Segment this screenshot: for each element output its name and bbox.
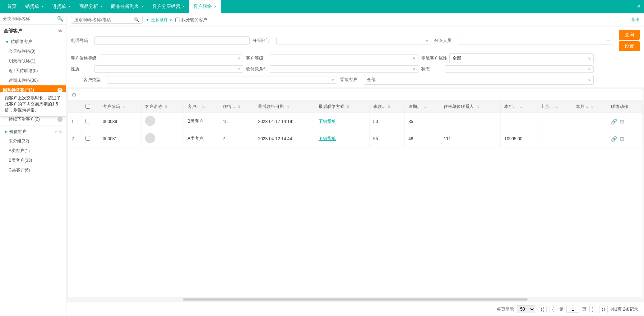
td-overdue-2: 48 (405, 130, 440, 147)
td-lastmonth-1 (537, 113, 572, 130)
page-suffix: 页 (582, 306, 587, 312)
gender-select[interactable]: ∨ (94, 65, 243, 73)
export-button[interactable]: ↑ 导出 (628, 17, 640, 23)
nav-product-analysis-list[interactable]: 商品分析列表 × (107, 0, 148, 13)
sort-lastmonth-icon[interactable]: ⇅ (555, 105, 558, 109)
th-actions: 联络动作 (607, 101, 643, 113)
edit-pencil-icon[interactable]: ✎ (59, 129, 62, 135)
filter-row-4: ··· 客户类型 ∨ 零散客户 全部 ∨ (71, 75, 640, 85)
page-input[interactable] (566, 306, 579, 313)
link-sales-order-2[interactable]: 下销货单 (319, 136, 336, 141)
action-link-icon-2[interactable]: 🔗 (611, 136, 617, 142)
value-customers-group[interactable]: ▼ 价值客户 ○ ✎ (0, 127, 66, 136)
sort-date-icon[interactable]: ⇅ (286, 105, 289, 109)
all-customers-header[interactable]: 全部客户 ≪ (0, 25, 66, 37)
close-sales-order[interactable]: × (41, 4, 43, 9)
td-uncontacted-2: 55 (370, 130, 405, 147)
close-product-analysis-list[interactable]: × (141, 4, 143, 9)
sort-unit-icon[interactable]: ⇅ (476, 105, 479, 109)
sort-overdue-icon[interactable]: ⇅ (423, 105, 426, 109)
close-all-tabs[interactable]: × (637, 3, 640, 10)
sort-method-icon[interactable]: ⇅ (347, 105, 349, 109)
more-conditions-button[interactable]: ▼ 更多条件 ∨ (145, 17, 172, 23)
pending-contact-group[interactable]: ▼ 待联络客户 (0, 37, 66, 47)
sort-name-icon[interactable]: ⇅ (165, 105, 167, 109)
sidebar-today-pending[interactable]: 今天待联络(0) (0, 47, 66, 56)
phone-input[interactable] (94, 36, 250, 45)
last-page-button[interactable]: ⟩⟩ (599, 306, 608, 313)
query-button[interactable]: 查询 (619, 30, 640, 40)
th-uncontacted: 未联... ⇅ (370, 101, 405, 113)
nav-customer-contact[interactable]: 客户联络 × (189, 0, 221, 13)
more-filters-icon[interactable]: ··· (72, 76, 78, 84)
close-purchase-order[interactable]: × (68, 4, 70, 9)
select-all-checkbox[interactable] (85, 104, 90, 109)
nav-home[interactable]: 首页 (3, 0, 21, 13)
declining-icon[interactable]: ? (57, 117, 62, 122)
top-navigation: 首页 销货单 × 进货单 × 商品分析 × 商品分析列表 × 客户分层经营 × … (0, 0, 644, 13)
retail-customer-select[interactable]: 全部 ∨ (364, 75, 594, 85)
sidebar-class-c[interactable]: C类客户(6) (0, 165, 66, 175)
sidebar-search-icon[interactable]: 🔍 (57, 16, 63, 22)
status-select[interactable]: ∨ (445, 65, 594, 73)
sidebar-7day-pending[interactable]: 近7天待联络(0) (0, 66, 66, 76)
sidebar-unclassified[interactable]: 未分组(32) (0, 136, 66, 146)
nav-purchase-order[interactable]: 进货单 × (48, 0, 75, 13)
th-type: 客户... ⇅ (184, 101, 219, 113)
horizontal-scrollbar[interactable] (68, 298, 643, 301)
action-link-icon-1[interactable]: 🔗 (611, 119, 617, 124)
sidebar-tomorrow-pending[interactable]: 明天待联络(1) (0, 56, 66, 66)
customer-type-select[interactable]: ∨ (107, 76, 337, 84)
settings-button[interactable]: 设置 (619, 41, 640, 51)
payment-select[interactable]: ∨ (270, 65, 418, 73)
close-customer-segment[interactable]: × (182, 4, 185, 9)
link-sales-order-1[interactable]: 下销货单 (319, 119, 336, 124)
price-level-select[interactable]: ∨ (99, 55, 243, 62)
row1-checkbox[interactable] (85, 119, 90, 123)
status-arrow-icon: ∨ (588, 67, 590, 71)
sort-thismonth-icon[interactable]: ⇅ (590, 105, 593, 109)
person-select[interactable]: ··· (458, 37, 613, 44)
search-input[interactable] (74, 17, 133, 22)
sidebar-overdue-pending[interactable]: 逾期未联络(30) (0, 76, 66, 85)
td-last-method-2: 下销货单 (315, 130, 370, 147)
close-product-analysis[interactable]: × (100, 4, 102, 9)
customers-table: 客户编码 ⇅ 客户名称 ⇅ 客户... ⇅ 联络... (68, 101, 643, 147)
pending-arrow: ▼ (5, 39, 9, 44)
nav-customer-segment[interactable]: 客户分层经营 × (148, 0, 189, 13)
my-customers-checkbox[interactable] (175, 18, 180, 22)
first-page-button[interactable]: ⟨⟨ (538, 306, 547, 313)
table-header-row: 客户编码 ⇅ 客户名称 ⇅ 客户... ⇅ 联络... (68, 101, 643, 113)
retail-attr-select[interactable]: 全部 ∨ (449, 53, 594, 63)
td-year-2: 10995.00 (501, 130, 537, 147)
per-page-select[interactable]: 50 100 200 (517, 305, 535, 313)
sort-year-icon[interactable]: ⇅ (519, 105, 522, 109)
sidebar-class-b[interactable]: B类客户(33) (0, 156, 66, 165)
nav-sales-order[interactable]: 销货单 × (21, 0, 48, 13)
sidebar-class-a[interactable]: A类客户(1) (0, 146, 66, 156)
filter-row-1: 电话号码 分管部门 ∨ 分管人员 ··· (71, 30, 640, 51)
sort-code-icon[interactable]: ⇅ (122, 105, 125, 109)
sort-uncontacted-icon[interactable]: ⇅ (388, 105, 390, 109)
customer-level-select[interactable]: ∨ (270, 55, 418, 62)
collapse-sidebar-icon[interactable]: ≪ (58, 28, 62, 33)
table-row: 1 000039 B类客户 15 2023-04-17 14:19: 下销货单 (68, 113, 643, 130)
dept-select[interactable]: ∨ (276, 37, 431, 44)
sort-type-icon[interactable]: ⇅ (202, 105, 205, 109)
page-label: 第 (559, 306, 564, 312)
next-page-button[interactable]: ⟩ (589, 306, 596, 313)
td-overdue-1: 35 (405, 113, 440, 130)
action-grid-icon-1[interactable]: ⊞ (620, 119, 624, 124)
close-customer-contact[interactable]: × (214, 4, 216, 9)
action-grid-icon-2[interactable]: ⊞ (620, 136, 624, 142)
sidebar-search-input[interactable] (3, 16, 57, 21)
search-icon[interactable]: 🔍 (134, 17, 139, 22)
prev-page-button[interactable]: ⟨ (550, 306, 556, 313)
nav-product-analysis[interactable]: 商品分析 × (75, 0, 107, 13)
status-field: 状态 ∨ (421, 65, 594, 73)
row2-checkbox[interactable] (85, 136, 90, 141)
edit-circle-icon[interactable]: ○ (55, 129, 57, 135)
table-settings-icon[interactable]: ⚙ (71, 91, 77, 98)
sort-contact-icon[interactable]: ⇅ (237, 105, 240, 109)
main-toolbar: 🔍 ▼ 更多条件 ∨ 我分管的客户 ↑ 导出 (66, 13, 644, 27)
